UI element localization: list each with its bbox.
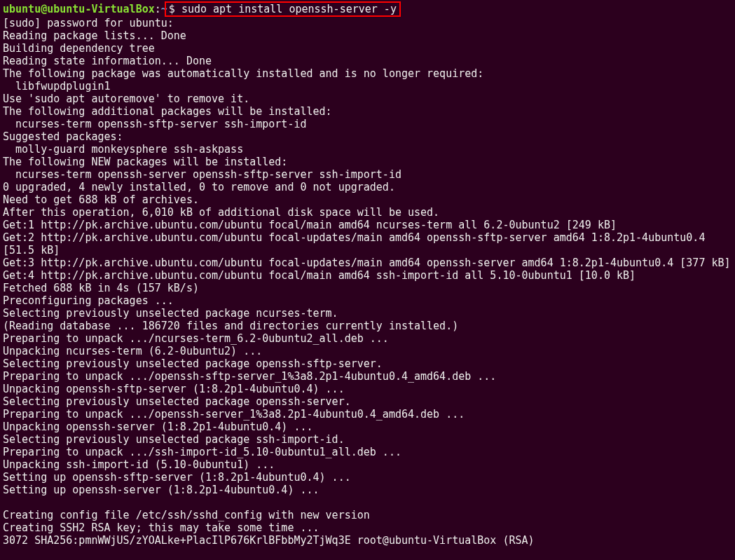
- terminal-output-line: libfwupdplugin1: [3, 80, 732, 93]
- terminal-output-line: Fetched 688 kB in 4s (157 kB/s): [3, 282, 732, 294]
- terminal-output-line: Selecting previously unselected package …: [3, 307, 732, 320]
- terminal-output-line: The following additional packages will b…: [3, 105, 732, 118]
- command-text: sudo apt install openssh-server -y: [181, 3, 397, 15]
- terminal-output-line: Unpacking ssh-import-id (5.10-0ubuntu1) …: [3, 458, 732, 471]
- terminal-output-line: Preparing to unpack .../openssh-sftp-ser…: [3, 370, 732, 383]
- terminal-output-line: Get:2 http://pk.archive.ubuntu.com/ubunt…: [3, 231, 732, 257]
- terminal-output-line: molly-guard monkeysphere ssh-askpass: [3, 143, 732, 156]
- terminal-output-line: Unpacking openssh-server (1:8.2p1-4ubunt…: [3, 421, 732, 433]
- terminal-output-line: Building dependency tree: [3, 42, 732, 55]
- terminal-output-line: Preparing to unpack .../ncurses-term_6.2…: [3, 332, 732, 345]
- terminal-output-line: Get:3 http://pk.archive.ubuntu.com/ubunt…: [3, 257, 732, 269]
- terminal-output-line: Setting up openssh-server (1:8.2p1-4ubun…: [3, 484, 732, 496]
- terminal-output-line: Unpacking openssh-sftp-server (1:8.2p1-4…: [3, 383, 732, 395]
- prompt-symbol: $: [169, 3, 181, 15]
- terminal-output-line: Selecting previously unselected package …: [3, 357, 732, 370]
- terminal-output-line: Reading package lists... Done: [3, 29, 732, 42]
- terminal-output-line: Reading state information... Done: [3, 55, 732, 67]
- terminal-output-line: Preparing to unpack .../openssh-server_1…: [3, 408, 732, 421]
- terminal-output-line: ncurses-term openssh-sftp-server ssh-imp…: [3, 118, 732, 130]
- terminal-output-line: (Reading database ... 186720 files and d…: [3, 320, 732, 332]
- terminal-output-line: [3, 496, 732, 509]
- terminal-output-line: Suggested packages:: [3, 130, 732, 143]
- terminal-output-line: Get:4 http://pk.archive.ubuntu.com/ubunt…: [3, 269, 732, 282]
- terminal-output-line: Use 'sudo apt autoremove' to remove it.: [3, 93, 732, 105]
- terminal-output-line: [sudo] password for ubuntu:: [3, 17, 732, 29]
- terminal-prompt-line[interactable]: ubuntu@ubuntu-VirtualBox:~$ sudo apt ins…: [3, 1, 732, 17]
- terminal-output-line: Selecting previously unselected package …: [3, 395, 732, 408]
- terminal-output-line: Creating config file /etc/ssh/sshd_confi…: [3, 509, 732, 521]
- terminal-output-line: Preconfiguring packages ...: [3, 294, 732, 307]
- terminal-output-line: Setting up openssh-sftp-server (1:8.2p1-…: [3, 471, 732, 484]
- terminal-output: [sudo] password for ubuntu:Reading packa…: [3, 17, 732, 547]
- terminal-output-line: After this operation, 6,010 kB of additi…: [3, 206, 732, 219]
- terminal-output-line: Creating SSH2 RSA key; this may take som…: [3, 521, 732, 534]
- command-highlight-box: $ sudo apt install openssh-server -y: [165, 1, 401, 17]
- terminal-output-line: 0 upgraded, 4 newly installed, 0 to remo…: [3, 181, 732, 193]
- terminal-output-line: The following package was automatically …: [3, 67, 732, 80]
- prompt-user-host: ubuntu@ubuntu-VirtualBox: [3, 3, 155, 15]
- prompt-separator: :: [155, 3, 161, 15]
- terminal-output-line: Need to get 688 kB of archives.: [3, 193, 732, 206]
- terminal-output-line: 3072 SHA256:pmnWWjUS/zYOALke+PlacIlP676K…: [3, 534, 732, 547]
- terminal-output-line: Selecting previously unselected package …: [3, 433, 732, 446]
- terminal-output-line: Preparing to unpack .../ssh-import-id_5.…: [3, 446, 732, 458]
- terminal-output-line: Get:1 http://pk.archive.ubuntu.com/ubunt…: [3, 219, 732, 231]
- terminal-output-line: ncurses-term openssh-server openssh-sftp…: [3, 168, 732, 181]
- terminal-output-line: Unpacking ncurses-term (6.2-0ubuntu2) ..…: [3, 345, 732, 357]
- terminal-output-line: The following NEW packages will be insta…: [3, 156, 732, 168]
